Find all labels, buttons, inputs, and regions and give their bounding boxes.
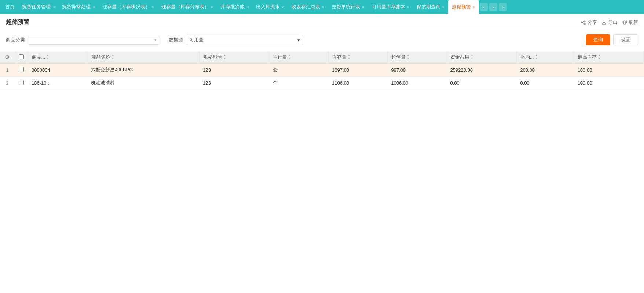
nav-close-icon[interactable]: × xyxy=(362,5,364,9)
cell-unit: 个 xyxy=(269,77,328,89)
nav-label: 出入库流水 xyxy=(256,4,280,10)
table-container: ⚙ 商品... ▲▼ 商品名称 ▲▼ xyxy=(0,51,644,89)
nav-close-icon[interactable]: × xyxy=(282,5,284,9)
nav-inout-flow[interactable]: 出入库流水 × xyxy=(252,0,288,14)
cell-product-code: 0000004 xyxy=(28,64,87,77)
sort-icon: ▲▼ xyxy=(407,54,410,60)
sort-icon: ▲▼ xyxy=(223,54,226,60)
share-icon xyxy=(581,20,586,25)
col-avg[interactable]: 平均... ▲▼ xyxy=(516,51,574,64)
refresh-button[interactable]: 刷新 xyxy=(622,19,638,26)
main-content: 超储预警 分享 导出 刷新 商品分类 ▾ 数据源 xyxy=(0,14,644,293)
filter-bar: 商品分类 ▾ 数据源 可用量 ▾ 查询 设置 xyxy=(0,29,644,51)
col-overstock[interactable]: 超储量 ▲▼ xyxy=(387,51,446,64)
nav-home-label: 首页 xyxy=(5,4,15,10)
nav-available-ledger[interactable]: 可用量库存账本 × xyxy=(368,0,413,14)
datasource-chevron-icon: ▾ xyxy=(297,37,300,43)
nav-prev-arrow[interactable]: ‹ xyxy=(480,3,488,11)
nav-label: 超储预警 xyxy=(452,4,471,10)
settings-button[interactable]: 设置 xyxy=(613,34,638,45)
nav-picking-task[interactable]: 拣货任务管理 × xyxy=(18,0,58,14)
nav-quality-period[interactable]: 保质期查询 × xyxy=(413,0,448,14)
filter-actions: 查询 设置 xyxy=(586,34,638,45)
sort-icon: ▲▼ xyxy=(288,54,291,60)
cell-avg: 260.00 xyxy=(516,64,574,77)
header-actions: 分享 导出 刷新 xyxy=(581,19,638,26)
cell-spec: 123 xyxy=(199,77,269,89)
col-unit[interactable]: 主计量 ▲▼ xyxy=(269,51,328,64)
col-gear: ⚙ xyxy=(0,51,15,64)
sort-icon: ▲▼ xyxy=(46,54,49,60)
select-all-checkbox[interactable] xyxy=(19,54,24,59)
col-product-name[interactable]: 商品名称 ▲▼ xyxy=(87,51,199,64)
cell-max-stock: 100.00 xyxy=(574,77,644,89)
product-category-label: 商品分类 xyxy=(6,37,25,43)
export-button[interactable]: 导出 xyxy=(601,19,618,26)
nav-label: 保质期查询 xyxy=(417,4,440,10)
nav-label: 拣货异常处理 xyxy=(62,4,91,10)
nav-label: 收发存汇总表 xyxy=(292,4,320,10)
nav-home[interactable]: 首页 xyxy=(1,0,18,14)
product-category-select[interactable]: ▾ xyxy=(28,36,160,45)
overstock-table: ⚙ 商品... ▲▼ 商品名称 ▲▼ xyxy=(0,51,644,89)
cell-product-name: 六配套新昌490BPG xyxy=(87,64,199,77)
nav-close-icon[interactable]: × xyxy=(322,5,324,9)
nav-next-arrow[interactable]: › xyxy=(489,3,497,11)
cell-avg: 0.00 xyxy=(516,77,574,89)
page-title: 超储预警 xyxy=(6,18,29,26)
cell-product-code: 186-10... xyxy=(28,77,87,89)
nav-label: 要货单统计表 xyxy=(332,4,360,10)
nav-close-icon[interactable]: × xyxy=(211,5,213,9)
nav-close-icon[interactable]: × xyxy=(473,5,475,9)
top-navigation: 首页 拣货任务管理 × 拣货异常处理 × 现存量（库存状况表） × 现存量（库存… xyxy=(0,0,644,14)
col-checkbox xyxy=(15,51,28,64)
table-row[interactable]: 1 0000004 六配套新昌490BPG 123 套 1097.00 997.… xyxy=(0,64,644,77)
col-max-stock[interactable]: 最高库存 ▲▼ xyxy=(574,51,644,64)
nav-stock-dist[interactable]: 现存量（库存分布表） × xyxy=(158,0,217,14)
cell-spec: 123 xyxy=(199,64,269,77)
sort-icon: ▲▼ xyxy=(348,54,351,60)
refresh-icon xyxy=(622,20,627,25)
nav-close-icon[interactable]: × xyxy=(246,5,249,9)
nav-label: 可用量库存账本 xyxy=(372,4,405,10)
col-product-code[interactable]: 商品... ▲▼ xyxy=(28,51,87,64)
product-category-chevron-icon: ▾ xyxy=(154,38,157,42)
datasource-select[interactable]: 可用量 ▾ xyxy=(186,35,303,45)
table-header: ⚙ 商品... ▲▼ 商品名称 ▲▼ xyxy=(0,51,644,64)
gear-icon[interactable]: ⚙ xyxy=(5,54,10,60)
row-checkbox[interactable] xyxy=(19,67,24,72)
cell-capital: 259220.00 xyxy=(447,64,517,77)
cell-overstock: 1006.00 xyxy=(387,77,446,89)
query-button[interactable]: 查询 xyxy=(586,34,610,45)
sort-icon: ▲▼ xyxy=(598,54,601,60)
row-checkbox[interactable] xyxy=(19,80,24,85)
row-checkbox-cell xyxy=(15,77,28,89)
nav-order-stats[interactable]: 要货单统计表 × xyxy=(328,0,368,14)
col-spec[interactable]: 规格型号 ▲▼ xyxy=(199,51,269,64)
sort-icon: ▲▼ xyxy=(111,54,114,60)
nav-summary[interactable]: 收发存汇总表 × xyxy=(288,0,328,14)
nav-picking-exception[interactable]: 拣货异常处理 × xyxy=(58,0,98,14)
page-header: 超储预警 分享 导出 刷新 xyxy=(0,14,644,29)
nav-overstock-warning[interactable]: 超储预警 × xyxy=(448,0,479,14)
nav-batch-ledger[interactable]: 库存批次账 × xyxy=(217,0,252,14)
export-icon xyxy=(601,20,607,25)
sort-icon: ▲▼ xyxy=(471,54,473,60)
nav-stock-status[interactable]: 现存量（库存状况表） × xyxy=(99,0,158,14)
nav-close-icon[interactable]: × xyxy=(52,5,55,9)
col-stock[interactable]: 库存量 ▲▼ xyxy=(328,51,387,64)
nav-close-icon[interactable]: × xyxy=(152,5,154,9)
nav-close-icon[interactable]: × xyxy=(407,5,409,9)
cell-overstock: 997.00 xyxy=(387,64,446,77)
col-capital[interactable]: 资金占用 ▲▼ xyxy=(447,51,517,64)
nav-label: 库存批次账 xyxy=(221,4,245,10)
cell-capital: 0.00 xyxy=(447,77,517,89)
nav-label: 现存量（库存状况表） xyxy=(102,4,150,10)
nav-close-icon[interactable]: × xyxy=(92,5,95,9)
share-button[interactable]: 分享 xyxy=(581,19,597,26)
nav-more-arrow[interactable]: › xyxy=(499,3,507,11)
table-body: 1 0000004 六配套新昌490BPG 123 套 1097.00 997.… xyxy=(0,64,644,89)
datasource-filter: 数据源 可用量 ▾ xyxy=(169,35,303,45)
table-row[interactable]: 2 186-10... 机油滤清器 123 个 1106.00 1006.00 … xyxy=(0,77,644,89)
nav-close-icon[interactable]: × xyxy=(442,5,444,9)
